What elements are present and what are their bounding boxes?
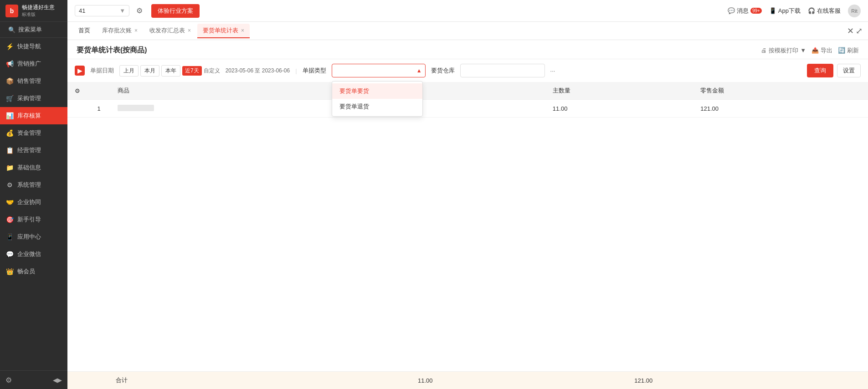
header-right: 💬 消息 99+ 📱 App下载 🎧 在线客服 Rit	[728, 5, 861, 17]
sidebar-item-basic[interactable]: 📁 基础信息	[0, 159, 67, 176]
dropdown-item-requisition-order[interactable]: 要货单要货	[332, 83, 422, 99]
system-icon: ⚙	[5, 181, 14, 189]
total-table: 合计 11.00 121.00	[67, 372, 868, 389]
tab-home[interactable]: 首页	[73, 24, 96, 38]
filter-expand-button[interactable]: ▶	[75, 66, 85, 76]
setting-button[interactable]: 设置	[837, 64, 861, 77]
appstore-icon: 📱	[5, 233, 14, 241]
data-table-container: ⚙ 商品 主计量单位 主数量 零售金额 1	[67, 82, 868, 371]
recent-7-days-badge[interactable]: 近7天	[182, 66, 202, 76]
search-icon: 🔍	[8, 26, 15, 33]
app-download-action[interactable]: 📱 App下载	[769, 7, 801, 15]
tab-requisition-summary-close[interactable]: ×	[241, 27, 244, 34]
messages-icon: 💬	[728, 7, 735, 14]
sidebar-item-wechat[interactable]: 💬 企业微信	[0, 246, 67, 263]
col-product-header: 商品	[110, 82, 344, 100]
tab-receive-summary[interactable]: 收发存汇总表 ×	[144, 24, 196, 38]
total-row-data: 合计 11.00 121.00	[67, 372, 868, 389]
total-row: 合计 11.00 121.00	[67, 371, 868, 389]
row-retail-amount-cell: 121.00	[693, 100, 868, 118]
footer-settings-icon[interactable]: ⚙	[5, 376, 12, 384]
date-range-display: 2023-05-06 至 2023-06-06	[226, 67, 290, 75]
messages-action[interactable]: 💬 消息 99+	[728, 7, 762, 15]
filter-divider: |	[295, 67, 297, 74]
basic-icon: 📁	[5, 164, 14, 172]
messages-badge: 99+	[750, 8, 762, 14]
col-index-header	[87, 82, 110, 100]
col-settings-header[interactable]: ⚙	[67, 82, 87, 100]
total-unit-cell	[303, 372, 411, 389]
operation-icon: 📋	[5, 146, 14, 154]
this-year-button[interactable]: 本年	[161, 65, 180, 77]
inventory-icon: 📊	[5, 112, 14, 120]
tab-requisition-summary[interactable]: 要货单统计表 ×	[197, 24, 250, 38]
date-filter-label: 单据日期	[90, 67, 114, 75]
tab-inventory-batch[interactable]: 库存批次账 ×	[97, 24, 143, 38]
quick-nav-icon: ⚡	[5, 42, 14, 51]
table-header-row: ⚙ 商品 主计量单位 主数量 零售金额	[67, 82, 868, 100]
sidebar-item-marketing[interactable]: 📢 营销推广	[0, 55, 67, 72]
tab-close-all-icon[interactable]: ✕	[847, 26, 854, 36]
row-product-cell	[110, 100, 344, 118]
trial-button[interactable]: 体验行业方案	[151, 4, 200, 18]
print-chevron-icon: ▼	[800, 47, 806, 54]
sidebar-footer: ⚙ ◀▶	[0, 370, 67, 389]
sidebar-logo: b 畅捷通好生意 标准版	[0, 0, 67, 22]
content-area: 要货单统计表(按商品) 🖨 按模板打印 ▼ 📤 导出 🔄 刷新 ▶	[67, 40, 868, 389]
sidebar-item-quick-nav[interactable]: ⚡ 快捷导航	[0, 38, 67, 55]
tab-receive-summary-close[interactable]: ×	[188, 27, 191, 34]
export-button[interactable]: 📤 导出	[812, 46, 832, 55]
main-area: 41 ▼ ⚙ 体验行业方案 💬 消息 99+ 📱 App下载 🎧 在线客服 Ri…	[67, 0, 868, 389]
warehouse-select-input[interactable]	[460, 64, 545, 77]
headset-icon: 🎧	[808, 7, 815, 14]
sidebar-item-appstore[interactable]: 📱 应用中心	[0, 228, 67, 246]
store-name: 41	[79, 7, 85, 14]
sidebar-collapse-button[interactable]: ◀▶	[53, 375, 62, 384]
sidebar-item-inventory[interactable]: 📊 库存核算	[0, 107, 67, 124]
store-selector[interactable]: 41 ▼	[75, 5, 129, 16]
sidebar-nav: ⚡ 快捷导航 📢 营销推广 📦 销售管理 🛒 采购管理 📊 库存核算 💰 资金管…	[0, 38, 67, 370]
online-service-action[interactable]: 🎧 在线客服	[808, 7, 841, 15]
dropdown-item-requisition-return[interactable]: 要货单退货	[332, 99, 422, 114]
tab-inventory-batch-close[interactable]: ×	[134, 27, 138, 34]
row-index-cell: 1	[87, 100, 110, 118]
tab-expand-icon[interactable]: ⤢	[856, 26, 863, 36]
custom-date-button[interactable]: 自定义	[204, 67, 220, 75]
print-template-button[interactable]: 🖨 按模板打印 ▼	[761, 46, 806, 55]
refresh-button[interactable]: 🔄 刷新	[838, 46, 859, 55]
header-settings-button[interactable]: ⚙	[133, 5, 146, 17]
col-retail-amount-header: 零售金额	[693, 82, 868, 100]
type-select-wrapper: ▲ 要货单要货 要货单退货	[332, 64, 426, 77]
more-filters-button[interactable]: ···	[550, 67, 555, 74]
type-filter-label: 单据类型	[303, 67, 326, 75]
prev-month-button[interactable]: 上月	[119, 65, 139, 77]
sidebar-item-system[interactable]: ⚙ 系统管理	[0, 176, 67, 194]
product-placeholder	[118, 105, 154, 111]
sidebar-item-finance[interactable]: 💰 资金管理	[0, 124, 67, 142]
sidebar-item-purchase[interactable]: 🛒 采购管理	[0, 90, 67, 107]
sales-icon: 📦	[5, 77, 14, 85]
tab-bar: 首页 库存批次账 × 收发存汇总表 × 要货单统计表 × ✕ ⤢	[67, 22, 868, 40]
app-download-icon: 📱	[769, 7, 776, 14]
enterprise-icon: 🤝	[5, 198, 14, 206]
type-select-input[interactable]	[332, 64, 426, 77]
this-month-button[interactable]: 本月	[140, 65, 159, 77]
user-avatar[interactable]: Rit	[848, 5, 861, 17]
type-dropdown: 要货单要货 要货单退货	[332, 81, 423, 117]
row-quantity-cell: 11.00	[545, 100, 693, 118]
filter-bar: ▶ 单据日期 上月 本月 本年 近7天 自定义 2023-05-06 至 202…	[67, 59, 868, 82]
query-button[interactable]: 查询	[807, 64, 833, 77]
sidebar-item-operation[interactable]: 📋 经营管理	[0, 142, 67, 159]
finance-icon: 💰	[5, 129, 14, 137]
data-table: ⚙ 商品 主计量单位 主数量 零售金额 1	[67, 82, 868, 118]
page-title: 要货单统计表(按商品)	[77, 46, 147, 55]
sidebar-item-member[interactable]: 👑 畅会员	[0, 263, 67, 280]
filter-action-buttons: 查询 设置	[807, 64, 861, 77]
purchase-icon: 🛒	[5, 94, 14, 102]
sidebar-item-sales[interactable]: 📦 销售管理	[0, 72, 67, 90]
guide-icon: 🎯	[5, 215, 14, 224]
sidebar-item-enterprise[interactable]: 🤝 企业协同	[0, 194, 67, 211]
sidebar-item-guide[interactable]: 🎯 新手引导	[0, 211, 67, 228]
sidebar-search[interactable]: 🔍 搜索菜单	[0, 22, 67, 38]
refresh-icon: 🔄	[838, 47, 845, 54]
